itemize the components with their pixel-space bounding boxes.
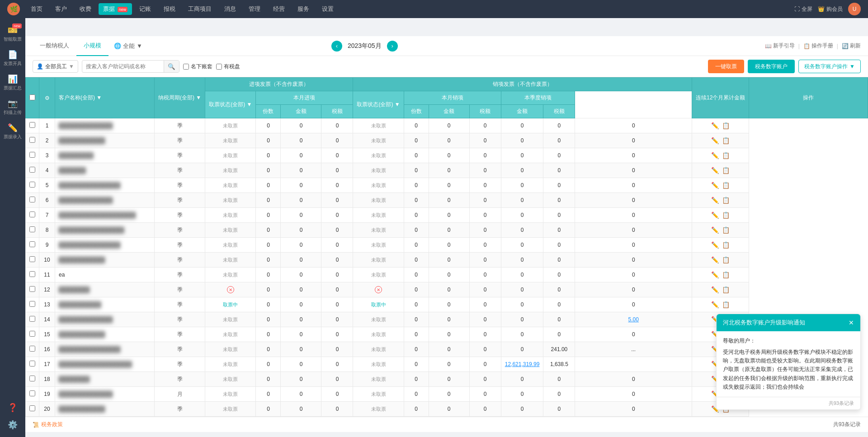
- edit-btn[interactable]: ✏️: [710, 255, 720, 264]
- sidebar-item-smart-ticket[interactable]: 🎫 智能取票 new: [0, 22, 25, 46]
- digital-account-btn[interactable]: 税务数字账户: [748, 60, 795, 73]
- copy-btn[interactable]: 📋: [721, 211, 731, 220]
- row-checkbox[interactable]: [29, 241, 35, 247]
- refresh-btn[interactable]: 🔄 刷新: [842, 42, 861, 50]
- nav-settings[interactable]: 设置: [316, 2, 339, 16]
- tax-disk-checkbox[interactable]: 有税盘: [216, 63, 240, 70]
- edit-btn[interactable]: ✏️: [710, 166, 720, 175]
- row-amount-out-cell: 0: [429, 297, 469, 312]
- copy-btn[interactable]: 📋: [721, 181, 731, 190]
- row-checkbox[interactable]: [29, 271, 35, 277]
- copy-btn[interactable]: 📋: [721, 270, 731, 279]
- nav-home[interactable]: 首页: [25, 2, 48, 16]
- sidebar-item-help[interactable]: ❓: [6, 399, 19, 416]
- edit-btn[interactable]: ✏️: [710, 270, 720, 279]
- tab-small-scale[interactable]: 小规模: [76, 36, 108, 56]
- employee-select[interactable]: 👤 全部员工 ▼: [33, 60, 78, 73]
- th-fetch-status-out[interactable]: 取票状态(全部) ▼: [353, 91, 404, 118]
- row-checkbox[interactable]: [29, 122, 35, 128]
- manual-btn[interactable]: 📋 操作手册: [803, 42, 833, 50]
- nav-tax[interactable]: 报税: [158, 2, 181, 16]
- user-avatar[interactable]: U: [848, 3, 861, 15]
- tax-policy-link[interactable]: 📜 税务政策: [33, 421, 63, 428]
- row-checkbox[interactable]: [29, 152, 35, 158]
- new-guide-btn[interactable]: 📖 新手引导: [765, 42, 795, 50]
- fullscreen-btn[interactable]: ⛶ 全屏: [794, 5, 812, 13]
- consec-12m-link[interactable]: 5.00: [628, 316, 639, 323]
- edit-btn[interactable]: ✏️: [710, 285, 720, 294]
- row-checkbox[interactable]: [29, 226, 35, 232]
- row-checkbox[interactable]: [29, 331, 35, 337]
- copy-btn[interactable]: 📋: [721, 300, 731, 309]
- row-checkbox[interactable]: [29, 346, 35, 352]
- row-checkbox[interactable]: [29, 167, 35, 173]
- row-checkbox[interactable]: [29, 137, 35, 143]
- nav-fee[interactable]: 收费: [74, 2, 97, 16]
- member-btn[interactable]: 👑 购会员: [818, 5, 843, 13]
- row-checkbox[interactable]: [29, 211, 35, 217]
- sidebar-item-invoice-summary[interactable]: 📊 票据汇总: [0, 70, 25, 95]
- row-checkbox[interactable]: [29, 390, 35, 396]
- edit-btn[interactable]: ✏️: [710, 151, 720, 160]
- row-checkbox[interactable]: [29, 182, 35, 188]
- row-amount-in: 0: [300, 182, 303, 188]
- copy-btn[interactable]: 📋: [721, 196, 731, 205]
- tab-all[interactable]: 🌐 全能 ▼: [108, 37, 148, 56]
- row-number: 11: [44, 272, 50, 278]
- edit-btn[interactable]: ✏️: [710, 121, 720, 130]
- row-checkbox[interactable]: [29, 361, 35, 367]
- nav-manage[interactable]: 管理: [243, 2, 266, 16]
- nav-bookkeeping[interactable]: 记账: [134, 2, 156, 16]
- sidebar-item-scan-upload[interactable]: 📷 扫描上传: [0, 95, 25, 119]
- next-period-btn[interactable]: ›: [387, 41, 398, 52]
- sidebar-item-settings[interactable]: ⚙️: [6, 416, 19, 433]
- ledger-checkbox-input[interactable]: [183, 64, 189, 70]
- sidebar-item-invoice-open[interactable]: 📄 发票开具: [0, 46, 25, 70]
- row-checkbox[interactable]: [29, 376, 35, 381]
- quarter-amount-link[interactable]: 12,621,319.99: [505, 361, 540, 367]
- row-checkbox[interactable]: [29, 301, 35, 307]
- ledger-checkbox[interactable]: 名下账套: [183, 63, 212, 70]
- edit-btn[interactable]: ✏️: [710, 211, 720, 220]
- edit-btn[interactable]: ✏️: [710, 240, 720, 249]
- nav-business[interactable]: 工商项目: [183, 2, 217, 16]
- row-checkbox[interactable]: [29, 286, 35, 292]
- tax-disk-checkbox-input[interactable]: [216, 64, 222, 70]
- row-checkbox[interactable]: [29, 256, 35, 262]
- copy-btn[interactable]: 📋: [721, 240, 731, 249]
- edit-btn[interactable]: ✏️: [710, 226, 720, 235]
- copy-btn[interactable]: 📋: [721, 255, 731, 264]
- search-input[interactable]: [82, 61, 164, 71]
- search-button[interactable]: 🔍: [164, 61, 179, 72]
- nav-ticket[interactable]: 票据 new: [99, 3, 132, 15]
- row-count-in-cell: 0: [256, 223, 281, 238]
- row-checkbox[interactable]: [29, 405, 35, 411]
- edit-btn[interactable]: ✏️: [710, 300, 720, 309]
- th-client-name[interactable]: 客户名称(全部) ▼: [55, 78, 155, 118]
- nav-service[interactable]: 服务: [292, 2, 315, 16]
- copy-btn[interactable]: 📋: [721, 136, 731, 145]
- nav-operation[interactable]: 经营: [268, 2, 290, 16]
- edit-btn[interactable]: ✏️: [710, 196, 720, 205]
- edit-btn[interactable]: ✏️: [710, 136, 720, 145]
- th-fetch-status-in[interactable]: 取票状态(全部) ▼: [205, 91, 256, 118]
- prev-period-btn[interactable]: ‹: [331, 41, 342, 52]
- row-checkbox[interactable]: [29, 316, 35, 322]
- copy-btn[interactable]: 📋: [721, 226, 731, 235]
- copy-btn[interactable]: 📋: [721, 285, 731, 294]
- digital-account-ops-btn[interactable]: 税务数字账户操作 ▼: [798, 60, 861, 73]
- one-click-btn[interactable]: 一键取票: [708, 60, 744, 73]
- copy-btn[interactable]: 📋: [721, 121, 731, 130]
- nav-message[interactable]: 消息: [219, 2, 241, 16]
- select-all-checkbox[interactable]: [29, 94, 35, 100]
- sidebar-item-invoice-entry[interactable]: ✏️ 票据录入: [0, 119, 25, 144]
- edit-btn[interactable]: ✏️: [710, 181, 720, 190]
- notification-close-btn[interactable]: ✕: [849, 319, 854, 326]
- row-checkbox[interactable]: [29, 197, 35, 202]
- copy-btn[interactable]: 📋: [721, 151, 731, 160]
- copy-btn[interactable]: 📋: [721, 166, 731, 175]
- th-tax-period[interactable]: 纳税周期(全部) ▼: [155, 78, 205, 118]
- nav-client[interactable]: 客户: [50, 2, 72, 16]
- settings-col-icon[interactable]: ⚙: [45, 95, 50, 101]
- tab-general-taxpayer[interactable]: 一般纳税人: [33, 36, 76, 56]
